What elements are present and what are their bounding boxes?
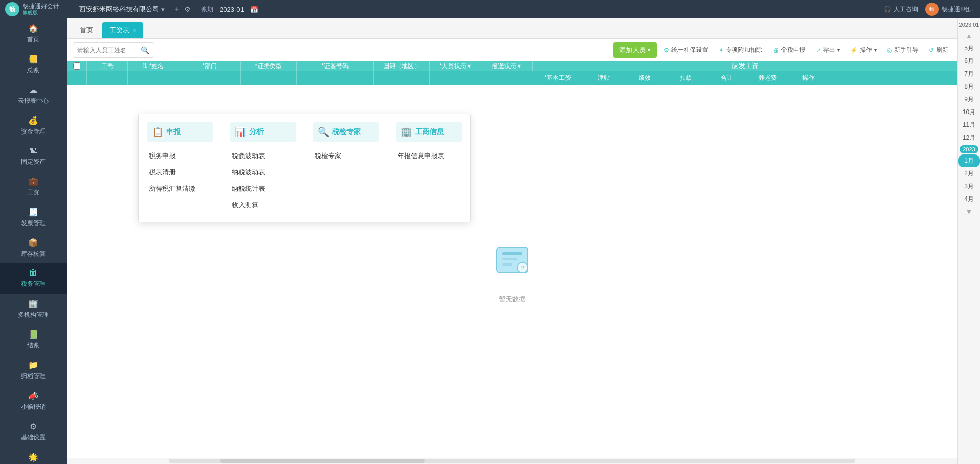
invoice-icon: 🧾 — [28, 207, 38, 217]
tab-bar: 首页 工资表 × — [67, 18, 957, 39]
sidebar-label-multi-org: 多机构管理 — [18, 311, 49, 319]
dropdown-col-declaration: 📋 申报 税务申报 税表清册 所得税汇算清缴 — [139, 114, 222, 222]
timeline-month-8[interactable]: 8月 — [958, 80, 980, 93]
declaration-icon: 📋 — [152, 126, 163, 138]
th-cert-type: *证据类型 — [241, 61, 297, 71]
sidebar-item-inventory[interactable]: 📦 库存核算 — [0, 233, 67, 263]
sidebar-item-salary[interactable]: 💼 工资 — [0, 171, 67, 202]
tab-close-icon[interactable]: × — [133, 27, 136, 34]
menu-item-expert[interactable]: 税检专家 — [313, 148, 379, 164]
sidebar-item-fund[interactable]: 💰 资金管理 — [0, 111, 67, 141]
add-person-label: 添加人员 — [619, 46, 646, 55]
tab-home[interactable]: 首页 — [73, 22, 100, 38]
analysis-icon: 📊 — [235, 126, 246, 138]
period-label: 账期 — [201, 5, 213, 14]
dropdown-grid: 📋 申报 税务申报 税表清册 所得税汇算清缴 📊 分析 税负波动表 — [139, 114, 470, 222]
timeline-month-1[interactable]: 1月 — [958, 154, 980, 167]
settings-icon[interactable]: ⚙ — [184, 5, 191, 13]
close-books-icon: 📗 — [28, 329, 38, 339]
timeline-month-2[interactable]: 2月 — [958, 167, 980, 180]
search-input[interactable] — [77, 47, 139, 54]
timeline-month-4[interactable]: 4月 — [958, 193, 980, 206]
dropdown-col-expert: 🔍 税检专家 税检专家 — [304, 114, 387, 222]
sidebar-item-ledger[interactable]: 📒 总账 — [0, 49, 67, 80]
headset-icon: 🎧 — [884, 6, 891, 13]
sidebar-item-assets[interactable]: 🏗 固定资产 — [0, 141, 67, 171]
dropdown-header-analysis: 📊 分析 — [230, 122, 296, 142]
scroll-thumb[interactable] — [220, 459, 425, 463]
sidebar-item-base-settings[interactable]: ⚙ 基础设置 — [0, 416, 67, 447]
tax-filing-btn[interactable]: 🖨 个税申报 — [770, 46, 809, 54]
ai-service-btn[interactable]: 🎧 人工咨询 — [884, 5, 918, 14]
social-insurance-btn[interactable]: ⚙ 统一社保设置 — [661, 46, 711, 54]
scroll-track[interactable] — [169, 459, 855, 463]
timeline-month-6[interactable]: 6月 — [958, 55, 980, 68]
calendar-icon[interactable]: 📅 — [250, 6, 258, 13]
operations-dropdown-icon: ▾ — [874, 47, 877, 53]
timeline-month-7[interactable]: 7月 — [958, 68, 980, 80]
menu-item-tax-table[interactable]: 税表清册 — [147, 164, 213, 181]
timeline-month-3[interactable]: 3月 — [958, 180, 980, 193]
timeline-month-11[interactable]: 11月 — [958, 119, 980, 131]
timeline-month-10[interactable]: 10月 — [958, 106, 980, 119]
sidebar-item-new-guide[interactable]: 🌟 新手引导 — [0, 447, 67, 464]
sidebar-item-report[interactable]: 📣 小畅报销 — [0, 386, 67, 416]
company-name: 西安虾米网络科技有限公司 — [79, 5, 159, 14]
th-checkbox[interactable] — [67, 61, 87, 71]
refresh-btn[interactable]: ↺ 刷新 — [926, 46, 951, 54]
add-person-button[interactable]: 添加人员 ▾ — [613, 42, 657, 58]
menu-item-tax-change[interactable]: 纳税波动表 — [230, 164, 296, 181]
timeline-month-9[interactable]: 9月 — [958, 93, 980, 106]
sidebar-item-archive[interactable]: 📁 归档管理 — [0, 355, 67, 386]
sidebar-item-cloud[interactable]: ☁ 云报表中心 — [0, 80, 67, 111]
sidebar-label-archive: 归档管理 — [21, 372, 46, 381]
timeline-month-5[interactable]: 5月 — [958, 42, 980, 55]
th-nationality: 国籍（地区） — [374, 61, 430, 71]
sidebar-item-home[interactable]: 🏠 首页 — [0, 18, 67, 49]
salary-sub-headers: *基本工资 津贴 绩效 扣款 合计 养老费 操作 — [532, 71, 957, 85]
tab-salary-label: 工资表 — [110, 26, 129, 35]
expert-icon: 🔍 — [318, 126, 329, 138]
th-salary-group-label: 应发工资 — [532, 61, 957, 71]
sidebar-item-invoice[interactable]: 🧾 发票管理 — [0, 202, 67, 233]
dropdown-col-analysis: 📊 分析 税负波动表 纳税波动表 纳税统计表 收入测算 — [222, 114, 304, 222]
th-operations: 操作 — [788, 71, 829, 85]
tab-salary[interactable]: 工资表 × — [102, 22, 143, 38]
sidebar: 🏠 首页 📒 总账 ☁ 云报表中心 💰 资金管理 🏗 固定资产 💼 工资 — [0, 18, 67, 464]
business-title: 工商信息 — [415, 127, 444, 137]
timeline-down-btn[interactable]: ▼ — [964, 206, 975, 218]
home-icon: 🏠 — [28, 24, 38, 33]
sidebar-item-tax[interactable]: 🏛 税务管理 — [0, 263, 67, 294]
timeline-month-12[interactable]: 12月 — [958, 131, 980, 144]
th-total: 合计 — [706, 71, 747, 85]
period-value: 2023-01 — [220, 6, 244, 13]
th-deduction: 扣款 — [665, 71, 706, 85]
svg-rect-1 — [502, 252, 522, 255]
operations-btn[interactable]: ⚡ 操作 ▾ — [847, 46, 880, 54]
salary-icon: 💼 — [28, 176, 38, 186]
menu-item-annual-report[interactable]: 年报信息申报表 — [396, 148, 462, 164]
timeline-up-btn[interactable]: ▲ — [964, 30, 975, 42]
search-input-wrap[interactable]: 🔍 — [73, 42, 154, 58]
newguide-btn[interactable]: ◎ 新手引导 — [884, 46, 922, 54]
th-id: 工号 — [87, 61, 128, 71]
assets-icon: 🏗 — [29, 146, 37, 156]
export-btn[interactable]: ↗ 导出 ▾ — [813, 46, 843, 54]
sidebar-item-multi-org[interactable]: 🏢 多机构管理 — [0, 294, 67, 324]
menu-item-tax-stats[interactable]: 纳税统计表 — [230, 181, 296, 197]
special-deduct-btn[interactable]: ✦ 专项附加扣除 — [715, 46, 766, 54]
dropdown-header-declaration: 📋 申报 — [147, 122, 213, 142]
select-all-checkbox[interactable] — [73, 62, 80, 70]
menu-item-income-forecast[interactable]: 收入测算 — [230, 197, 296, 213]
add-icon[interactable]: ＋ — [173, 5, 180, 14]
user-area[interactable]: 畅 畅捷通8组... — [925, 3, 975, 16]
scrollbar-area[interactable] — [67, 458, 957, 464]
menu-item-income-tax[interactable]: 所得税汇算清缴 — [147, 181, 213, 197]
menu-item-tax-filing[interactable]: 税务申报 — [147, 148, 213, 164]
sidebar-item-close[interactable]: 📗 结账 — [0, 324, 67, 355]
svg-text:?: ? — [521, 265, 524, 271]
company-selector[interactable]: 西安虾米网络科技有限公司 ▾ — [79, 5, 165, 14]
company-dropdown-icon[interactable]: ▾ — [161, 6, 165, 13]
menu-item-tax-burden[interactable]: 税负波动表 — [230, 148, 296, 164]
app-version: 旗舰版 — [23, 10, 59, 16]
